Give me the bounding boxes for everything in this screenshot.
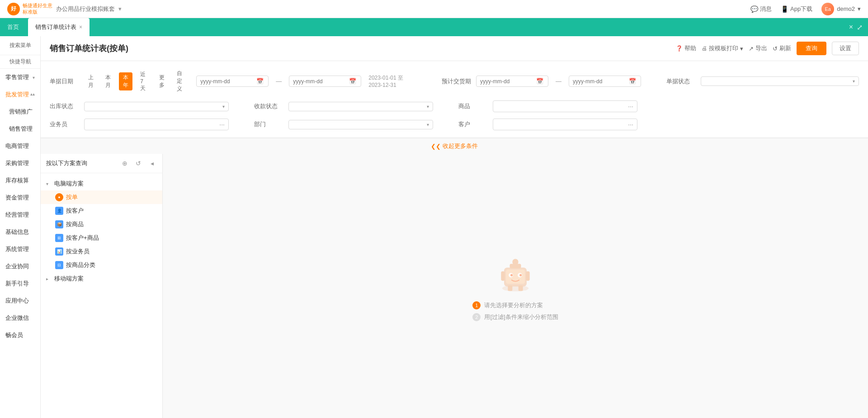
date-start-input[interactable]: 📅: [196, 76, 269, 87]
plan-item-按业务员[interactable]: 📊 按业务员: [41, 245, 162, 258]
sidebar-item-finance[interactable]: 资金管理: [0, 189, 40, 206]
export-button[interactable]: ↗ 导出: [749, 44, 767, 52]
tab-close-icon[interactable]: ×: [79, 24, 82, 30]
top-bar: 好 畅捷通好生意 标准版 办公用品行业模拟账套 💬 消息 📱 App下载 Ea …: [0, 0, 868, 18]
print-dropdown-icon: [740, 45, 743, 52]
page-header: 销售订单统计表(按单) ❓ 帮助 🖨 按模板打印 ↗ 导出 ↺ 刷新: [41, 36, 868, 61]
plan-item-按商品分类[interactable]: ⊟ 按商品分类: [41, 258, 162, 272]
goods-select[interactable]: ···: [493, 100, 637, 112]
tab-home[interactable]: 首页: [0, 18, 26, 36]
print-icon: 🖨: [702, 45, 707, 52]
expected-date-start-field[interactable]: [480, 78, 534, 85]
window-close-button[interactable]: ×: [849, 23, 853, 31]
right-content-area: 1 请先选择要分析的方案 2 用[过滤]条件来缩小分析范围: [163, 154, 868, 418]
sidebar-item-retail[interactable]: 零售管理: [0, 69, 40, 86]
sidebar-item-operations[interactable]: 经营管理: [0, 206, 40, 223]
last7days-button[interactable]: 近7天: [136, 69, 151, 94]
customer-dots-icon[interactable]: ···: [628, 121, 633, 128]
message-button[interactable]: 💬 消息: [750, 5, 772, 13]
query-plan-panel: 按以下方案查询 ⊕ ↺ ◂ ▾ 电脑端方案: [41, 154, 163, 418]
logo-icon: 好: [7, 3, 20, 15]
plan-item-按商品[interactable]: 📦 按商品: [41, 218, 162, 231]
sidebar-item-marketing[interactable]: 营销推广: [0, 103, 40, 120]
dept-filter-label: 部门: [254, 120, 281, 128]
date-quick-buttons: 上月 本月 本年 近7天 更多 自定义: [84, 68, 189, 94]
this-month-button[interactable]: 本月: [101, 72, 115, 90]
expected-date-end-input[interactable]: 📅: [569, 76, 641, 87]
goods-filter-label: 商品: [458, 102, 486, 110]
title-dropdown-icon[interactable]: [118, 5, 122, 12]
this-year-button[interactable]: 本年: [119, 72, 132, 90]
split-layout: 按以下方案查询 ⊕ ↺ ◂ ▾ 电脑端方案: [41, 154, 868, 418]
more-button[interactable]: 更多: [155, 72, 169, 90]
sidebar-item-membership[interactable]: 畅会员: [0, 327, 40, 344]
sidebar-item-apps[interactable]: 应用中心: [0, 292, 40, 309]
dept-select[interactable]: [288, 120, 433, 129]
plan-item-按客户[interactable]: 👤 按客户: [41, 204, 162, 218]
search-menu-button[interactable]: 搜索菜单: [4, 40, 37, 51]
tab-bar: 首页 销售订单统计表 × × ⤢: [0, 18, 868, 36]
top-bar-left: 好 畅捷通好生意 标准版 办公用品行业模拟账套: [7, 3, 122, 15]
settings-button[interactable]: 设置: [832, 42, 859, 55]
quick-nav-button[interactable]: 快捷导航: [0, 55, 40, 69]
staff-select[interactable]: ···: [84, 119, 229, 130]
payment-status-select[interactable]: [288, 102, 433, 111]
ship-status-select[interactable]: [84, 102, 229, 111]
empty-tip-2: 2 用[过滤]条件来缩小分析范围: [472, 313, 558, 321]
mobile-plan-parent[interactable]: ▸ 移动端方案: [41, 272, 162, 285]
collapse-plan-button[interactable]: ◂: [147, 158, 157, 168]
pc-plan-parent[interactable]: ▾ 电脑端方案: [41, 177, 162, 190]
expected-date-separator: —: [556, 78, 561, 85]
chevron-down-icon: [33, 75, 35, 80]
refresh-button[interactable]: ↺ 刷新: [773, 44, 791, 52]
date-end-input[interactable]: 📅: [289, 76, 361, 87]
custom-button[interactable]: 自定义: [173, 68, 189, 94]
expected-date-end-field[interactable]: [573, 78, 627, 85]
sidebar-item-purchase[interactable]: 采购管理: [0, 155, 40, 172]
app-download-button[interactable]: 📱 App下载: [781, 5, 812, 13]
staff-filter-label: 业务员: [50, 120, 77, 128]
refresh-plan-button[interactable]: ↺: [133, 158, 143, 168]
sidebar-item-onboarding[interactable]: 新手引导: [0, 275, 40, 292]
dept-arrow-icon: [427, 122, 429, 127]
query-plan-tree: ▾ 电脑端方案 ● 按单 👤 按客户 📦: [41, 173, 162, 289]
filter-row-date: 单据日期 上月 本月 本年 近7天 更多 自定义 📅 — 📅: [50, 68, 859, 94]
ship-status-label: 出库状态: [50, 102, 77, 110]
user-menu[interactable]: Ea demo2: [821, 3, 861, 15]
customer-select[interactable]: ···: [493, 119, 637, 130]
mobile-plan-group: ▸ 移动端方案: [41, 272, 162, 285]
avatar: Ea: [821, 3, 834, 15]
query-button[interactable]: 查询: [797, 42, 826, 55]
add-plan-button[interactable]: ⊕: [120, 158, 130, 168]
window-expand-button[interactable]: ⤢: [857, 23, 863, 32]
date-start-field[interactable]: [200, 78, 255, 85]
staff-dots-icon[interactable]: ···: [219, 121, 225, 128]
sidebar-item-ecommerce[interactable]: 电商管理: [0, 138, 40, 155]
sidebar-item-wechat[interactable]: 企业微信: [0, 309, 40, 327]
plan-item-按客户+商品[interactable]: ⊞ 按客户+商品: [41, 231, 162, 245]
status-select[interactable]: [701, 76, 859, 86]
plan-item-按单[interactable]: ● 按单: [41, 190, 162, 204]
collapse-filters-button[interactable]: ❮❮ 收起更多条件: [41, 138, 868, 154]
query-plan-title: 按以下方案查询: [46, 159, 87, 167]
tab-sales-stats[interactable]: 销售订单统计表 ×: [28, 18, 90, 36]
last-month-button[interactable]: 上月: [84, 72, 98, 90]
sidebar-search-section: 搜索菜单: [0, 36, 40, 55]
expected-date-start-input[interactable]: 📅: [476, 76, 548, 87]
svg-rect-10: [526, 271, 529, 281]
sidebar-item-company[interactable]: 企业协同: [0, 258, 40, 275]
goods-select-dots-icon[interactable]: ···: [628, 103, 633, 110]
calendar-expected-start-icon: 📅: [536, 78, 543, 85]
sidebar-item-wholesale[interactable]: 批发管理 ▾: [0, 86, 40, 103]
sidebar-item-system[interactable]: 系统管理: [0, 241, 40, 258]
print-button[interactable]: 🖨 按模板打印: [702, 44, 743, 52]
sidebar-item-sales-management[interactable]: 销售管理: [0, 120, 40, 138]
calendar-expected-end-icon: 📅: [629, 78, 636, 85]
help-button[interactable]: ❓ 帮助: [676, 44, 696, 52]
sidebar-item-basic[interactable]: 基础信息: [0, 223, 40, 241]
plan-icon-按单: ●: [55, 193, 63, 201]
sidebar-item-inventory[interactable]: 库存核算: [0, 172, 40, 189]
expected-date-label: 预计交货期: [442, 77, 469, 86]
tip-num-2: 2: [472, 313, 481, 321]
date-end-field[interactable]: [293, 78, 347, 85]
